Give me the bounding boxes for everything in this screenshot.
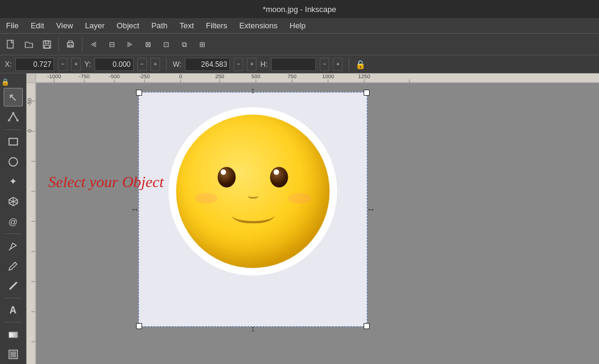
- mouth: [231, 207, 275, 224]
- title-bar: *moon.jpg - Inkscape: [0, 0, 599, 18]
- toolbar-group[interactable]: ⧉: [176, 36, 193, 53]
- document-area: [138, 92, 367, 327]
- svg-text:500: 500: [251, 73, 260, 79]
- toolbar-sep2: [82, 38, 82, 51]
- right-cheek: [288, 193, 311, 204]
- w-plus[interactable]: +: [247, 58, 256, 71]
- tool-pencil[interactable]: [4, 256, 23, 275]
- toolbar-print[interactable]: [62, 36, 79, 53]
- toolbar: ⫷ ⊟ ⫸ ⊠ ⊡ ⧉ ⊞: [0, 34, 599, 55]
- ruler-v-svg: -50 0: [26, 83, 36, 364]
- layer-lock-icon: 🔒: [1, 78, 10, 86]
- canvas-row: -50 0: [26, 83, 599, 364]
- toolbar-new[interactable]: [2, 36, 19, 53]
- toolbar-open[interactable]: [20, 36, 37, 53]
- tool-bottom[interactable]: [4, 345, 23, 364]
- svg-point-8: [16, 119, 19, 122]
- y-plus[interactable]: +: [151, 58, 160, 71]
- x-input[interactable]: [15, 58, 54, 71]
- h-label: H:: [260, 60, 267, 69]
- tool-star[interactable]: ✦: [4, 172, 23, 191]
- svg-rect-9: [9, 138, 17, 145]
- y-minus[interactable]: −: [137, 58, 147, 71]
- h-input[interactable]: [271, 58, 316, 71]
- nose: [247, 193, 258, 199]
- menu-layer[interactable]: Layer: [79, 20, 111, 31]
- tool-calligraphy[interactable]: [4, 277, 23, 295]
- right-eye: [270, 167, 288, 187]
- tool-node[interactable]: [4, 108, 23, 126]
- svg-text:750: 750: [287, 73, 296, 79]
- menu-file[interactable]: File: [0, 20, 25, 31]
- canvas[interactable]: ↕ ↔ ↔ ↕ Select your Object: [36, 83, 599, 364]
- tool-text[interactable]: A: [4, 301, 23, 319]
- lock-ratio-icon[interactable]: 🔒: [355, 60, 365, 69]
- tool-sep3: [5, 298, 22, 298]
- left-toolbar: 🔒 ↖ ✦ @ A: [0, 73, 26, 364]
- y-input[interactable]: [95, 58, 134, 71]
- w-minus[interactable]: −: [234, 58, 243, 71]
- ruler-horizontal: -1000 -750 -500 -250 0 250 500 750 1000 …: [26, 73, 599, 83]
- menu-object[interactable]: Object: [111, 20, 146, 31]
- w-label: W:: [173, 60, 181, 69]
- tool-gradient[interactable]: [4, 325, 23, 344]
- tool-sep4: [5, 322, 22, 322]
- toolbar-align-r[interactable]: ⫸: [122, 36, 138, 53]
- menu-text[interactable]: Text: [173, 20, 200, 31]
- svg-line-15: [10, 282, 17, 289]
- toolbar-align-t[interactable]: ⊠: [140, 36, 157, 53]
- menu-bar: File Edit View Layer Object Path Text Fi…: [0, 18, 599, 34]
- tool-3dbox[interactable]: [4, 193, 23, 211]
- svg-point-7: [12, 112, 14, 114]
- menu-view[interactable]: View: [50, 20, 79, 31]
- svg-rect-3: [45, 45, 49, 48]
- menu-filters[interactable]: Filters: [200, 20, 233, 31]
- toolbar-save[interactable]: [39, 36, 55, 53]
- svg-text:-50: -50: [26, 98, 33, 106]
- w-input[interactable]: [185, 58, 230, 71]
- handle-ml-arrow[interactable]: ↔: [131, 205, 139, 214]
- toolbar-ungroup[interactable]: ⊞: [194, 36, 211, 53]
- tool-select[interactable]: ↖: [4, 88, 23, 106]
- tool-sep1: [5, 129, 22, 130]
- x-minus[interactable]: −: [58, 58, 67, 71]
- svg-text:-500: -500: [109, 73, 120, 79]
- canvas-area: -1000 -750 -500 -250 0 250 500 750 1000 …: [26, 73, 599, 364]
- svg-text:-1000: -1000: [47, 73, 61, 79]
- svg-rect-5: [69, 45, 72, 47]
- coords-sep1: [166, 58, 167, 71]
- left-cheek: [194, 193, 217, 204]
- menu-edit[interactable]: Edit: [25, 20, 50, 31]
- tool-circle[interactable]: [4, 152, 23, 171]
- svg-text:-250: -250: [139, 73, 150, 79]
- coords-sep2: [349, 58, 349, 71]
- moon-face: [176, 115, 330, 268]
- h-plus[interactable]: +: [333, 58, 343, 71]
- menu-help[interactable]: Help: [284, 20, 312, 31]
- handle-mr-arrow[interactable]: ↔: [367, 205, 375, 214]
- coords-bar: X: − + Y: − + W: − + H: − + 🔒: [0, 55, 599, 73]
- tool-spiral[interactable]: @: [4, 212, 23, 231]
- svg-point-6: [8, 119, 10, 122]
- ruler-h-svg: -1000 -750 -500 -250 0 250 500 750 1000 …: [36, 73, 599, 83]
- svg-rect-0: [7, 40, 13, 48]
- svg-text:1000: 1000: [322, 73, 334, 79]
- svg-line-14: [9, 249, 10, 250]
- ruler-vertical: -50 0: [26, 83, 36, 364]
- toolbar-distribute[interactable]: ⊡: [158, 36, 175, 53]
- svg-rect-2: [45, 41, 49, 43]
- toolbar-align-c[interactable]: ⊟: [104, 36, 120, 53]
- tool-pen[interactable]: [4, 236, 23, 255]
- tool-sep2: [5, 233, 22, 234]
- x-label: X:: [5, 60, 11, 69]
- menu-path[interactable]: Path: [145, 20, 173, 31]
- svg-rect-16: [9, 332, 17, 338]
- menu-extensions[interactable]: Extensions: [233, 20, 284, 31]
- toolbar-align-l[interactable]: ⫷: [85, 36, 102, 53]
- svg-rect-18: [10, 351, 16, 357]
- h-minus[interactable]: −: [320, 58, 329, 71]
- moon-image: [166, 104, 340, 279]
- tool-rectangle[interactable]: [4, 132, 23, 151]
- svg-text:1250: 1250: [358, 73, 370, 79]
- x-plus[interactable]: +: [71, 58, 81, 71]
